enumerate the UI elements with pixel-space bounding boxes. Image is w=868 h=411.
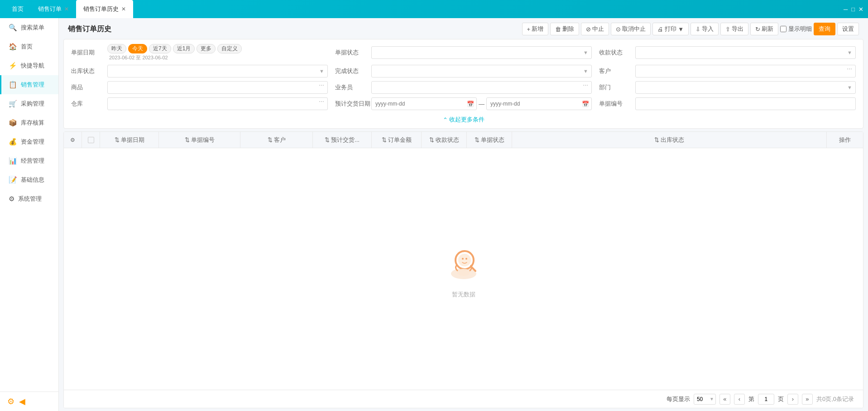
goods-dots-icon[interactable]: ··· — [319, 81, 324, 88]
date-tag-7days[interactable]: 近7天 — [149, 44, 171, 53]
doc-status-select[interactable] — [371, 46, 592, 59]
th-payment-status[interactable]: ⇅ 收款状态 — [422, 132, 467, 148]
collapse-button[interactable]: ⌃ 收起更多条件 — [443, 116, 484, 124]
window-min-btn[interactable]: ─ — [844, 6, 848, 13]
date-tag-today[interactable]: 今天 — [128, 44, 147, 53]
last-page-icon: » — [806, 396, 809, 402]
sidebar-item-home[interactable]: 🏠 首页 — [0, 37, 58, 56]
svg-point-2 — [458, 254, 471, 266]
warehouse-input[interactable] — [107, 97, 328, 110]
sidebar-item-system[interactable]: ⚙ 系统管理 — [0, 189, 58, 208]
th-delivery[interactable]: ⇅ 预计交货... — [313, 132, 372, 148]
tab-sales-order-label: 销售订单 — [38, 5, 62, 13]
sidebar-item-quick-nav-label: 快捷导航 — [21, 62, 44, 70]
filter-col-out-status: 出库状态 ▼ — [71, 65, 328, 77]
doc-status-select-wrap: ▼ — [371, 46, 592, 59]
query-label: 查询 — [819, 25, 830, 33]
tab-sales-order-history-close[interactable]: ✕ — [121, 6, 126, 12]
filter-col-goods: 商品 ··· — [71, 81, 328, 94]
out-status-label: 出库状态 — [71, 67, 107, 75]
filter-col-warehouse: 仓库 ··· — [71, 97, 328, 110]
new-icon: + — [527, 26, 531, 33]
cancel-stop-button[interactable]: ⊙ 取消中止 — [611, 23, 651, 35]
sidebar-item-quick-nav[interactable]: ⚡ 快捷导航 — [0, 56, 58, 75]
settings-button[interactable]: 设置 — [837, 23, 859, 35]
date-tag-yesterday[interactable]: 昨天 — [107, 44, 126, 53]
tab-sales-order-history[interactable]: 销售订单历史 ✕ — [76, 0, 133, 18]
refresh-button[interactable]: ↻ 刷新 — [750, 23, 778, 35]
first-page-button[interactable]: « — [719, 394, 730, 405]
th-settings[interactable]: ⚙ — [64, 132, 82, 148]
new-button[interactable]: + 新增 — [522, 23, 549, 35]
date-tag-more[interactable]: 更多 — [197, 44, 216, 53]
page-size-select[interactable]: 10 20 50 100 — [694, 394, 716, 405]
department-select[interactable] — [635, 81, 856, 94]
payment-status-select[interactable] — [635, 46, 856, 59]
complete-status-select[interactable] — [371, 65, 592, 77]
query-button[interactable]: 查询 — [814, 23, 835, 35]
tab-home[interactable]: 首页 — [5, 0, 31, 18]
sidebar-item-sales[interactable]: 📋 销售管理 — [0, 75, 58, 94]
tabs-area: 首页 销售订单 ✕ 销售订单历史 ✕ — [5, 0, 133, 18]
header-checkbox[interactable] — [88, 137, 94, 143]
warehouse-dots-icon[interactable]: ··· — [319, 97, 324, 105]
page-number-input[interactable] — [758, 394, 774, 405]
th-customer[interactable]: ⇅ 客户 — [240, 132, 313, 148]
window-max-btn[interactable]: □ — [851, 6, 855, 13]
date-tag-custom[interactable]: 自定义 — [217, 44, 242, 53]
th-date[interactable]: ⇅ 单据日期 — [100, 132, 159, 148]
th-amount[interactable]: ⇅ 订单金额 — [372, 132, 422, 148]
sidebar-item-sales-label: 销售管理 — [21, 81, 44, 89]
sidebar-item-operation[interactable]: 📊 经营管理 — [0, 151, 58, 170]
sidebar-item-basic[interactable]: 📝 基础信息 — [0, 170, 58, 189]
th-operations-label: 操作 — [839, 136, 851, 144]
th-customer-label: 客户 — [274, 136, 286, 144]
stop-button[interactable]: ⊘ 中止 — [581, 23, 609, 35]
doc-num-input[interactable] — [635, 97, 856, 110]
delivery-date-range: 📅 — 📅 — [371, 97, 592, 110]
th-out-status[interactable]: ⇅ 出库状态 — [512, 132, 827, 148]
delivery-end-input[interactable] — [486, 97, 592, 110]
payment-status-select-wrap: ▼ — [635, 46, 856, 59]
customer-dots-icon[interactable]: ··· — [847, 65, 852, 72]
sidebar-item-purchase[interactable]: 🛒 采购管理 — [0, 94, 58, 113]
collapse-label: 收起更多条件 — [449, 116, 484, 124]
collapse-sidebar-icon[interactable]: ◀ — [19, 396, 25, 406]
date-tag-1month[interactable]: 近1月 — [173, 44, 195, 53]
window-close-btn[interactable]: ✕ — [858, 6, 863, 13]
goods-label: 商品 — [71, 83, 107, 92]
customer-input[interactable] — [635, 65, 856, 77]
tab-sales-order-close[interactable]: ✕ — [64, 6, 69, 12]
salesperson-input[interactable] — [371, 81, 592, 94]
settings-bottom-icon[interactable]: ⚙ — [7, 396, 14, 406]
sidebar-item-finance[interactable]: 💰 资金管理 — [0, 132, 58, 151]
filter-area: 单据日期 昨天 今天 近7天 近1月 更多 自定义 2023-06-02 至 2… — [63, 39, 863, 129]
delete-button[interactable]: 🗑 删除 — [550, 23, 579, 35]
date-dash: — — [479, 101, 484, 107]
sidebar-item-inventory[interactable]: 📦 库存核算 — [0, 113, 58, 132]
delivery-start-input[interactable] — [371, 97, 477, 110]
display-detail-checkbox[interactable] — [780, 26, 786, 32]
display-detail-check[interactable]: 显示明细 — [780, 25, 812, 33]
svg-point-6 — [457, 269, 470, 276]
doc-status-label: 单据状态 — [335, 48, 371, 57]
import-button[interactable]: ⇩ 导入 — [691, 23, 719, 35]
empty-illustration — [441, 240, 486, 285]
next-page-icon: › — [792, 396, 794, 402]
top-bar: 首页 销售订单 ✕ 销售订单历史 ✕ ─ □ ✕ — [0, 0, 868, 18]
print-button[interactable]: 🖨 打印 ▼ — [652, 23, 689, 35]
export-button[interactable]: ⇧ 导出 — [720, 23, 748, 35]
last-page-button[interactable]: » — [802, 394, 813, 405]
prev-page-button[interactable]: ‹ — [734, 394, 745, 405]
out-status-select[interactable] — [107, 65, 328, 77]
sidebar-search[interactable]: 🔍 搜索菜单 — [0, 18, 58, 37]
goods-input[interactable] — [107, 81, 328, 94]
salesperson-dots-icon[interactable]: ··· — [583, 81, 588, 88]
th-customer-sort-icon: ⇅ — [268, 136, 273, 143]
complete-status-label: 完成状态 — [335, 67, 371, 75]
th-doc-num[interactable]: ⇅ 单据编号 — [159, 132, 240, 148]
table-body: 暂无数据 — [64, 148, 863, 390]
th-doc-status[interactable]: ⇅ 单据状态 — [467, 132, 512, 148]
next-page-button[interactable]: › — [787, 394, 798, 405]
tab-sales-order[interactable]: 销售订单 ✕ — [31, 0, 76, 18]
